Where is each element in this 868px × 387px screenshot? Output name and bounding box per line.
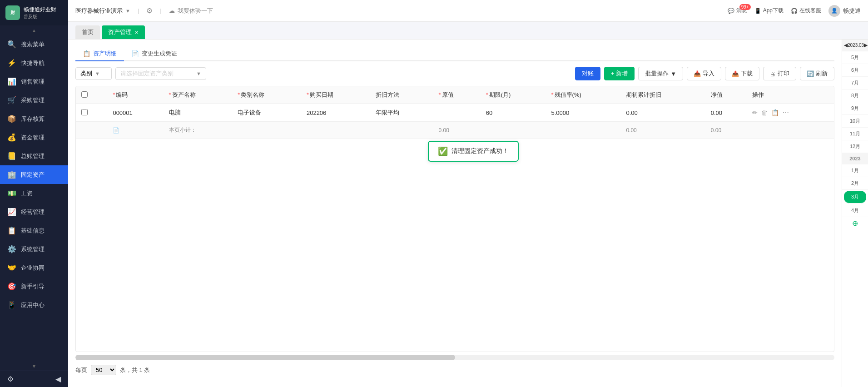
sidebar-item-search[interactable]: 🔍 搜索菜单	[0, 35, 68, 54]
cal-month-5[interactable]: 5月	[842, 51, 868, 64]
per-page-select[interactable]: 50 100 200	[91, 365, 116, 375]
expand-right-icon[interactable]: ▶	[864, 42, 868, 48]
finance-icon: 💰	[7, 133, 16, 142]
app-download-button[interactable]: 📱 App下载	[754, 7, 784, 15]
logo-title: 畅捷通好业财	[24, 6, 56, 14]
sidebar-item-guide[interactable]: 🎯 新手引导	[0, 277, 68, 296]
filter-category-select[interactable]: 类别 ▼	[75, 67, 112, 80]
main-container: 医疗器械行业演示 ▼ | ⚙ | ☁ 我要体验一下 💬 消息 99+ 📱 App…	[68, 0, 868, 387]
reconcile-button[interactable]: 对账	[575, 67, 600, 80]
sidebar-item-label: 固定资产	[21, 171, 45, 179]
cal-month-7[interactable]: 7月	[842, 77, 868, 89]
td-purchase-date: 202206	[301, 104, 370, 122]
company-selector[interactable]: 医疗器械行业演示 ▼	[75, 7, 130, 15]
sidebar-item-sales[interactable]: 📊 销售管理	[0, 72, 68, 91]
sidebar-bottom: ⚙ ◀	[0, 371, 68, 387]
sidebar-scroll-up[interactable]: ▲	[0, 25, 68, 35]
sub-tab-change-voucher-label: 变更生成凭证	[142, 50, 177, 58]
download-icon: 📱	[754, 8, 761, 14]
sidebar-item-payroll[interactable]: 💵 工资	[0, 184, 68, 203]
edit-icon[interactable]: ✏	[752, 109, 758, 116]
online-service-button[interactable]: 🎧 在线客服	[791, 7, 821, 15]
new-button[interactable]: + 新增	[604, 67, 635, 80]
sidebar-item-operations[interactable]: 📈 经营管理	[0, 203, 68, 221]
per-page-label: 每页	[75, 366, 87, 374]
cal-month-12[interactable]: 12月	[842, 140, 868, 153]
cal-month-4[interactable]: 4月	[842, 204, 868, 217]
topbar-right: 💬 消息 99+ 📱 App下载 🎧 在线客服 👤 畅捷通	[728, 5, 861, 17]
collapse-icon[interactable]: ◀	[55, 375, 61, 383]
user-menu[interactable]: 👤 畅捷通	[828, 5, 861, 17]
td-category: 电子设备	[232, 104, 301, 122]
copy-icon[interactable]: 📋	[771, 109, 779, 116]
calendar-expand-down[interactable]: ⊕	[842, 217, 868, 229]
sidebar-item-finance[interactable]: 💰 资金管理	[0, 128, 68, 147]
sidebar-item-appstore[interactable]: 📱 应用中心	[0, 296, 68, 314]
ledger-icon: 📒	[7, 152, 16, 160]
sidebar-item-label: 采购管理	[21, 96, 45, 104]
subtotal-original: 0.00	[433, 122, 480, 139]
sub-tab-asset-detail[interactable]: 📋 资产明细	[75, 47, 124, 61]
filter-category-input[interactable]: 请选择固定资产类别 ▼	[115, 67, 206, 80]
print-label: 打印	[778, 69, 789, 78]
sidebar-item-label: 搜索菜单	[21, 40, 45, 49]
sidebar-item-label: 经营管理	[21, 208, 45, 216]
sidebar-item-inventory[interactable]: 📦 库存核算	[0, 109, 68, 128]
td-checkbox	[76, 104, 107, 122]
settings-icon[interactable]: ⚙	[7, 375, 14, 383]
experience-button[interactable]: ☁ 我要体验一下	[169, 7, 213, 15]
tab-assets[interactable]: 资产管理 ✕	[102, 25, 145, 39]
tab-home[interactable]: 首页	[75, 25, 100, 39]
change-voucher-icon: 📄	[131, 50, 139, 57]
scroll-thumb-h[interactable]	[75, 355, 455, 360]
sidebar-item-label: 销售管理	[21, 78, 45, 86]
success-check-icon: ✅	[438, 146, 448, 156]
cal-month-11[interactable]: 11月	[842, 128, 868, 140]
topbar-settings-icon[interactable]: ⚙	[146, 6, 153, 15]
td-initial-accumulated: 0.00	[620, 104, 705, 122]
sales-icon: 📊	[7, 77, 16, 86]
sidebar-item-cooperation[interactable]: 🤝 企业协同	[0, 258, 68, 277]
tab-close-icon[interactable]: ✕	[134, 30, 139, 35]
more-icon[interactable]: ⋯	[783, 109, 789, 116]
calendar-scroll[interactable]: 5月 6月 7月 8月 9月 10月 11月 12月 2023 1月 2月 3月…	[842, 51, 868, 387]
table-row: 000001 电脑 电子设备 202206 年限平均 60 5.0000 0.0…	[76, 104, 834, 122]
topbar-left: 医疗器械行业演示 ▼ | ⚙ | ☁ 我要体验一下	[75, 6, 213, 15]
tab-home-label: 首页	[82, 28, 94, 36]
batch-button[interactable]: 批量操作 ▼	[638, 67, 683, 80]
delete-icon[interactable]: 🗑	[761, 109, 768, 116]
collapse-right-icon[interactable]: ◀	[844, 42, 848, 48]
message-icon: 💬	[728, 8, 734, 14]
print-button[interactable]: 🖨 打印	[763, 67, 796, 80]
content-area: 📋 资产明细 📄 变更生成凭证 类别 ▼ 请选择固定资产类别	[68, 40, 868, 387]
sidebar-item-assets[interactable]: 🏢 固定资产	[0, 165, 68, 184]
sidebar-item-purchase[interactable]: 🛒 采购管理	[0, 91, 68, 109]
message-button[interactable]: 💬 消息 99+	[728, 7, 747, 15]
cal-month-10[interactable]: 10月	[842, 115, 868, 128]
horizontal-scrollbar[interactable]	[75, 355, 834, 360]
sidebar-item-quicknav[interactable]: ⚡ 快捷导航	[0, 54, 68, 72]
cal-month-8[interactable]: 8月	[842, 89, 868, 102]
th-name: *资产名称	[164, 86, 233, 104]
row-checkbox[interactable]	[81, 109, 88, 115]
sidebar-item-ledger[interactable]: 📒 总账管理	[0, 147, 68, 165]
refresh-button[interactable]: 🔄 刷新	[800, 67, 834, 80]
download-button[interactable]: 📤 下载	[725, 67, 759, 80]
import-button[interactable]: 📥 导入	[687, 67, 721, 80]
sidebar-scroll-down[interactable]: ▼	[0, 361, 68, 371]
cal-month-2[interactable]: 2月	[842, 177, 868, 190]
subtotal-net: 0.00	[705, 122, 747, 139]
cal-month-1[interactable]: 1月	[842, 164, 868, 177]
sub-tabs: 📋 资产明细 📄 变更生成凭证	[75, 47, 834, 61]
import-icon: 📥	[694, 70, 701, 77]
sub-tab-change-voucher[interactable]: 📄 变更生成凭证	[124, 47, 184, 61]
asset-table: *编码 *资产名称 *类别名称 *购买日期 折旧方法 *原值 *期限(月) *残…	[76, 86, 834, 139]
cal-month-3-current[interactable]: 3月	[844, 191, 866, 203]
select-all-checkbox[interactable]	[81, 91, 88, 98]
sidebar-item-system[interactable]: ⚙️ 系统管理	[0, 240, 68, 258]
sidebar-item-basics[interactable]: 📋 基础信息	[0, 221, 68, 240]
td-net-value: 0.00	[705, 104, 747, 122]
cal-month-9[interactable]: 9月	[842, 102, 868, 115]
cal-month-6[interactable]: 6月	[842, 64, 868, 77]
th-initial-accumulated: 期初累计折旧	[620, 86, 705, 104]
